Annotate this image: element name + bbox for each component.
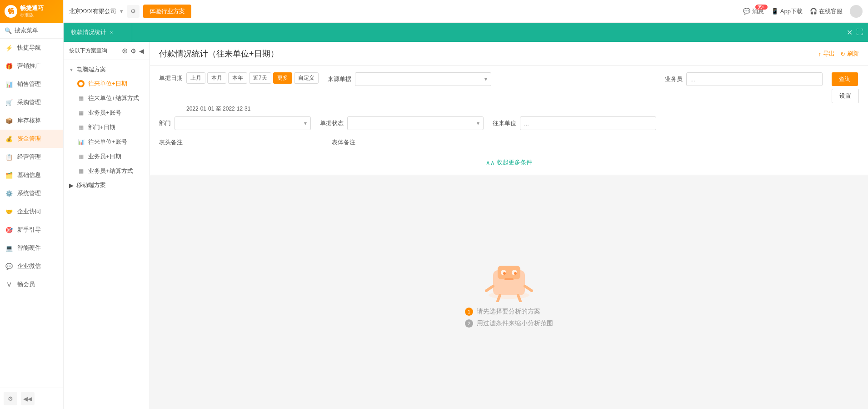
last7days-btn[interactable]: 近7天 [249,72,271,84]
page-actions: ↑ 导出 ↻ 刷新 [818,50,859,58]
page-title: 付款情况统计（往来单位+日期） [159,48,279,59]
sidebar-nav: ⚡ 快捷导航 🎁 营销推广 📊 销售管理 🛒 采购管理 📦 库存核算 💰 资金管… [0,39,63,293]
last-month-btn[interactable]: 上月 [186,72,205,84]
scheme-item-unit-date[interactable]: 往来单位+日期 [64,76,150,91]
sidebar-item-purchase[interactable]: 🛒 采购管理 [0,93,63,111]
scheme-item-staff-date[interactable]: ▦业务员+日期 [64,149,150,164]
add-scheme-btn[interactable]: ⊕ [122,46,128,55]
refresh-btn[interactable]: ↻ 刷新 [840,50,859,58]
table-body-note-input[interactable] [359,136,495,149]
scheme-section: ▼ 电脑端方案 往来单位+日期▦往来单位+结算方式▦业务员+账号▦部门+日期📊往… [64,60,150,195]
staff-select[interactable]: ... [686,72,823,86]
member-icon: V [5,280,14,289]
user-avatar[interactable] [850,5,863,18]
hardware-icon: 💻 [5,243,14,252]
tab-close-bank[interactable]: × [122,10,125,16]
sidebar-item-inventory[interactable]: 📦 库存核算 [0,111,63,130]
svg-line-9 [525,286,532,291]
scheme-item-staff-account[interactable]: ▦业务员+账号 [64,106,150,120]
inventory-icon: 📦 [5,116,14,125]
trial-btn[interactable]: 体验行业方案 [143,5,191,18]
close-tab-btn[interactable]: ✕ [847,28,853,37]
scheme-icon-staff-account: ▦ [77,109,85,116]
mobile-scheme-label: 移动端方案 [76,181,106,189]
sidebar-item-label-wechat: 企业微信 [17,262,41,270]
online-service-btn[interactable]: 🎧 在线客服 [810,7,843,15]
dept-select[interactable]: ▾ [175,116,311,130]
scheme-item-staff-payment[interactable]: ▦业务员+结算方式 [64,164,150,178]
more-btn[interactable]: 更多 [273,72,292,84]
collapse-sidebar-btn[interactable]: ◀◀ [21,392,35,405]
sidebar-item-label-quick-nav: 快捷导航 [17,44,41,52]
desktop-scheme-header[interactable]: ▼ 电脑端方案 [64,63,150,76]
sidebar-item-guide[interactable]: 🎯 新手引导 [0,221,63,239]
date-buttons: 上月 本月 本年 近7天 更多 自定义 [186,72,319,84]
voucher-status-select[interactable]: ▾ [347,116,484,130]
sidebar-item-hardware[interactable]: 💻 智能硬件 [0,239,63,257]
settings-footer-btn[interactable]: ⚙ [4,392,17,405]
tab-bank[interactable]: 现金银行流水查询× [64,4,132,23]
scheme-item-dept-date[interactable]: ▦部门+日期 [64,120,150,135]
sidebar-item-operation[interactable]: 📋 经营管理 [0,148,63,166]
settings-filter-btn[interactable]: 设置 [832,89,859,103]
app-download-btn[interactable]: 📱 App下载 [771,7,803,15]
finance-icon: 💰 [5,134,14,143]
partner-select[interactable]: ... [520,116,656,130]
sales-icon: 📊 [5,80,14,89]
scheme-icon-unit-payment: ▦ [77,95,85,102]
collapse-filter-btn[interactable]: ∧∧ 收起更多条件 [486,158,532,167]
quick-nav-icon: ⚡ [5,43,14,52]
voucher-status-dropdown-icon: ▾ [477,120,479,126]
dept-label: 部门 [159,119,171,127]
scheme-settings-btn[interactable]: ⚙ [130,47,136,55]
this-month-btn[interactable]: 本月 [207,72,226,84]
sidebar-subtitle: 标准版 [20,12,44,18]
scheme-item-unit-payment[interactable]: ▦往来单位+结算方式 [64,91,150,106]
sidebar-title: 畅捷通巧 [20,5,44,12]
scheme-label-staff-account: 业务员+账号 [88,109,121,117]
tab-label-receipt: 收款情况统计 [71,28,106,36]
notification-badge: 99+ [755,5,768,10]
left-panel-header: 按以下方案查询 ⊕ ⚙ ◀ [64,42,150,60]
mobile-scheme-group: ▶ 移动端方案 [64,178,150,192]
sidebar-item-basic[interactable]: 🗂️ 基础信息 [0,166,63,184]
this-year-btn[interactable]: 本年 [228,72,247,84]
left-panel-actions: ⊕ ⚙ ◀ [122,46,144,55]
tab-receipt[interactable]: 收款情况统计× [64,23,132,42]
table-header-note-input[interactable] [186,136,323,149]
sidebar-item-member[interactable]: V 畅会员 [0,275,63,293]
sidebar-item-finance[interactable]: 💰 资金管理 [0,130,63,148]
partner-placeholder: ... [524,120,529,127]
sidebar-item-sales[interactable]: 📊 销售管理 [0,75,63,93]
tab-home[interactable]: 首页 [64,0,132,4]
sidebar-search[interactable]: 🔍 搜索菜单 [0,23,63,39]
sidebar-item-coop[interactable]: 🤝 企业协同 [0,202,63,221]
sidebar-item-label-purchase: 采购管理 [17,98,41,106]
scheme-icon-dept-date: ▦ [77,124,85,131]
notification-btn[interactable]: 💬 消息 99+ [743,7,764,15]
content-area: 按以下方案查询 ⊕ ⚙ ◀ ▼ 电脑端方案 往来单位+日期▦往来单位+结算方式▦… [64,42,868,409]
export-btn[interactable]: ↑ 导出 [818,50,835,58]
table-body-note-label: 表体备注 [332,138,355,146]
query-btn[interactable]: 查询 [832,72,858,86]
empty-state: 1 请先选择要分析的方案 2 用过滤条件来缩小分析范围 [150,175,868,409]
source-select[interactable]: ▾ [355,72,491,86]
sidebar-item-quick-nav[interactable]: ⚡ 快捷导航 [0,39,63,57]
collapse-panel-btn[interactable]: ◀ [139,47,144,55]
tab-close-receipt[interactable]: × [110,30,113,35]
custom-btn[interactable]: 自定义 [294,72,319,84]
empty-illustration [482,257,536,302]
table-body-note-filter: 表体备注 [332,136,495,149]
sidebar-item-wechat[interactable]: 💬 企业微信 [0,257,63,275]
dept-filter: 部门 ▾ [159,116,311,130]
sidebar-item-marketing[interactable]: 🎁 营销推广 [0,57,63,75]
phone-icon: 📱 [771,8,778,15]
empty-step1-text: 请先选择要分析的方案 [477,308,540,316]
system-icon: ⚙️ [5,189,14,198]
sidebar-item-system[interactable]: ⚙️ 系统管理 [0,184,63,202]
search-label: 搜索菜单 [15,26,38,35]
mobile-scheme-header[interactable]: ▶ 移动端方案 [64,178,150,192]
scheme-item-unit-account[interactable]: 📊往来单位+账号 [64,135,150,149]
maximize-tab-btn[interactable]: ⛶ [856,28,863,36]
table-header-note-filter: 表头备注 [159,136,323,149]
